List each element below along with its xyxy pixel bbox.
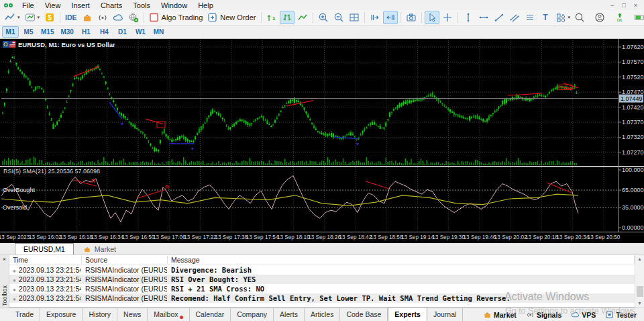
log-scrollbar[interactable]: ▲ ▼ <box>635 255 644 308</box>
bar-chart-button[interactable] <box>280 11 294 24</box>
timeframe-m5[interactable]: M5 <box>20 26 37 38</box>
timeframe-h4[interactable]: H4 <box>96 26 113 38</box>
timeframe-m30[interactable]: M30 <box>58 26 76 38</box>
menu-insert[interactable]: Insert <box>66 1 95 10</box>
status-tester[interactable]: Tester <box>600 310 641 319</box>
scrollbar-thumb[interactable] <box>637 286 643 297</box>
menu-charts[interactable]: Charts <box>95 1 127 10</box>
cursor-icon <box>427 12 437 23</box>
minimize-button[interactable]: – <box>610 2 614 9</box>
log-header-message[interactable]: Message <box>168 256 635 264</box>
timeframe-m15[interactable]: M15 <box>38 26 56 38</box>
tick-chart-button[interactable]: 1 <box>264 11 279 24</box>
maximize-button[interactable]: □ <box>622 2 625 9</box>
price-chart-svg[interactable]: ▼▼▼RREURUSD, M1: Euro vs US Dollar1.0762… <box>0 39 644 243</box>
algo-trading-button[interactable]: Algo Trading <box>147 11 205 24</box>
zoom-out-button[interactable] <box>331 11 346 24</box>
screenshot-button[interactable] <box>404 11 419 24</box>
log-header-time[interactable]: Time <box>9 256 82 264</box>
menu-file[interactable]: File <box>17 1 40 10</box>
zoom-in-button[interactable] <box>316 11 331 24</box>
timeframe-d1[interactable]: D1 <box>114 26 131 38</box>
log-row[interactable]: ●2023.09.13 23:21:54.701RSISMAIndicator … <box>9 284 635 293</box>
signals-button[interactable] <box>95 11 110 24</box>
level-button[interactable]: LVL <box>612 11 627 24</box>
scroll-up-icon[interactable]: ▲ <box>637 255 642 263</box>
zoom-out-icon <box>333 12 344 23</box>
quotes-button[interactable]: $ <box>42 11 57 24</box>
log-header-row: TimeSourceMessage <box>9 255 635 265</box>
community-button[interactable] <box>126 11 141 24</box>
status-market[interactable]: Market <box>478 310 521 319</box>
chart-type-button[interactable]: ▾ <box>3 11 22 24</box>
bottom-tab-code-base[interactable]: Code Base <box>340 308 388 321</box>
menu-view[interactable]: View <box>40 1 66 10</box>
log-header-source[interactable]: Source <box>82 256 168 264</box>
sell-arrow-icon: ▼ <box>120 122 125 126</box>
log-row[interactable]: ●2023.09.13 23:21:54.701RSISMAIndicator … <box>9 265 635 275</box>
bottom-tab-news[interactable]: News <box>117 308 148 321</box>
bottom-tab-calendar[interactable]: Calendar <box>190 308 231 321</box>
log-time: ●2023.09.13 23:21:54.701 <box>9 285 82 293</box>
chart-tab-eurusd-m1[interactable]: EURUSD,M1 <box>15 243 74 255</box>
sell-arrow-icon: ▼ <box>191 146 195 151</box>
log-row[interactable]: ●2023.09.13 23:21:54.701RSISMAIndicator … <box>9 293 635 303</box>
status-vps[interactable]: VPS <box>566 310 600 319</box>
channel-button[interactable] <box>507 11 522 24</box>
chart-tab-market[interactable]: Market <box>75 243 124 255</box>
connection-status[interactable] <box>633 11 644 24</box>
menu-tools[interactable]: Tools <box>127 1 156 10</box>
vps-button[interactable] <box>111 11 125 24</box>
crosshair-button[interactable] <box>440 11 455 24</box>
timeframe-mn[interactable]: MN <box>150 26 167 38</box>
cursor-button[interactable] <box>425 11 439 24</box>
horizontal-line-button[interactable] <box>476 11 491 24</box>
toolbar-separator <box>421 12 422 23</box>
bottom-tab-journal[interactable]: Journal <box>427 308 463 321</box>
svg-text:LVL: LVL <box>617 19 623 22</box>
timeframe-w1[interactable]: W1 <box>132 26 149 38</box>
tile-windows-button[interactable] <box>347 11 362 24</box>
toolbar-separator <box>458 12 458 23</box>
market-button[interactable] <box>80 11 95 24</box>
search-button[interactable] <box>572 11 587 24</box>
line-chart-button[interactable] <box>295 11 310 24</box>
status-signals[interactable]: Signals <box>521 310 566 319</box>
scroll-down-icon[interactable]: ▼ <box>637 300 642 308</box>
toolbox-close-button[interactable]: × <box>3 256 6 263</box>
bottom-tab-trade[interactable]: Trade <box>9 308 40 321</box>
menu-help[interactable]: Help <box>193 1 219 10</box>
chart-area[interactable]: ▼▼▼RREURUSD, M1: Euro vs US Dollar1.0762… <box>0 39 644 243</box>
bottom-tab-experts[interactable]: Experts <box>388 307 427 321</box>
bottom-tab-articles[interactable]: Articles <box>305 308 340 321</box>
vertical-line-button[interactable] <box>461 11 476 24</box>
timeframe-h1[interactable]: H1 <box>78 26 95 38</box>
price-axis-label: 1.07570 <box>622 58 644 65</box>
hline-icon <box>478 12 489 23</box>
time-axis-label: 13 Sep 17:22 <box>184 234 217 240</box>
bottom-tab-exposure[interactable]: Exposure <box>40 308 83 321</box>
bottom-tab-mailbox[interactable]: Mailbox <box>148 308 189 321</box>
new-order-button[interactable]: New Order <box>205 11 258 24</box>
log-source: RSISMAIndicator (EURUSD,M1) <box>82 285 168 293</box>
menu-window[interactable]: Window <box>156 1 193 10</box>
timeframe-m1[interactable]: M1 <box>2 26 19 38</box>
toolbar-separator <box>400 12 401 23</box>
shapes-button[interactable]: ▾ <box>553 11 573 24</box>
lvl-icon: LVL <box>614 12 625 23</box>
globe-add-icon <box>128 12 139 23</box>
auto-scroll-button[interactable] <box>383 11 398 24</box>
bottom-tab-company[interactable]: Company <box>231 308 274 321</box>
text-tool-button[interactable]: T <box>538 11 553 24</box>
trendline-button[interactable] <box>492 11 506 24</box>
indicators-dialog-button[interactable]: ▾ <box>23 11 42 24</box>
bag-icon <box>83 245 91 253</box>
profile-button[interactable] <box>592 11 607 24</box>
close-button[interactable]: × <box>634 2 637 9</box>
shift-end-button[interactable] <box>368 11 382 24</box>
ide-button[interactable]: IDE <box>63 11 79 24</box>
bottom-tab-history[interactable]: History <box>83 308 117 321</box>
log-row[interactable]: ●2023.09.13 23:21:54.701RSISMAIndicator … <box>9 275 635 284</box>
bottom-tab-alerts[interactable]: Alerts <box>274 308 305 321</box>
fibonacci-button[interactable] <box>523 11 537 24</box>
